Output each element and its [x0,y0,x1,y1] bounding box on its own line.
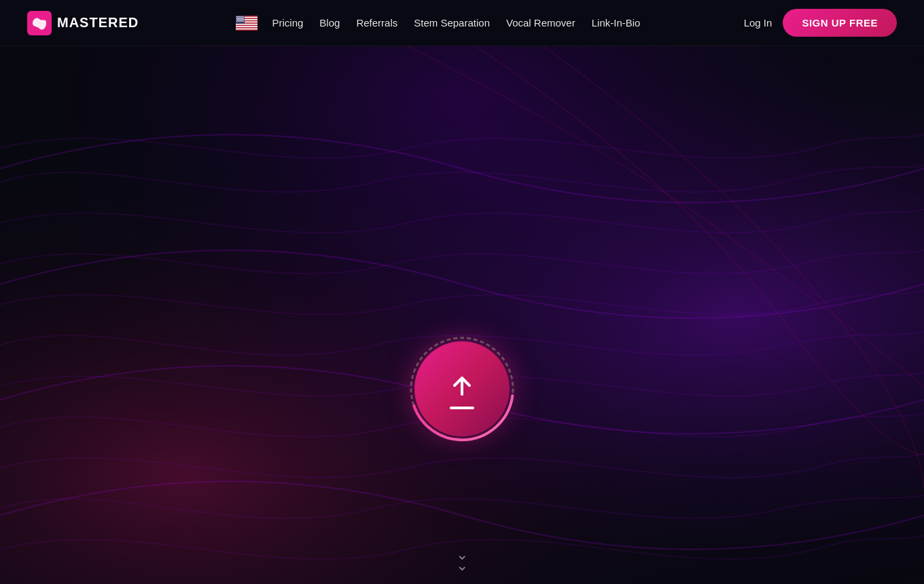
upload-arrow-icon [445,368,479,402]
svg-rect-7 [236,28,257,29]
svg-point-27 [241,19,243,20]
nav-actions: Log In SIGN UP FREE [744,9,897,37]
svg-point-22 [241,18,242,20]
wave-background-svg [0,46,924,584]
scroll-indicator[interactable]: ⌄ ⌄ [456,549,468,570]
nav-link-pricing[interactable]: Pricing [266,13,310,33]
svg-point-31 [239,20,241,22]
svg-point-14 [236,17,238,18]
svg-point-15 [238,17,240,18]
upload-container[interactable] [408,334,516,443]
nav-link-blog[interactable]: Blog [313,13,346,33]
svg-rect-37 [0,46,924,584]
hero-background [0,46,924,584]
svg-point-30 [238,20,239,22]
logo-icon [27,11,52,35]
us-flag-icon[interactable] [236,16,257,31]
svg-point-25 [238,19,240,20]
svg-point-11 [239,16,241,17]
svg-point-20 [238,18,239,20]
svg-point-13 [242,16,243,17]
nav-links: Pricing Blog Referrals Stem Separation V… [236,13,647,33]
svg-point-33 [242,20,243,22]
svg-point-16 [240,17,241,18]
svg-point-32 [241,20,242,22]
login-link[interactable]: Log In [744,17,772,29]
svg-rect-6 [236,26,257,27]
navbar: MASTERED [0,0,924,46]
svg-point-18 [243,17,245,18]
svg-point-12 [241,16,242,17]
svg-point-24 [236,19,238,20]
svg-point-21 [239,18,241,20]
logo-text: MASTERED [57,15,139,31]
nav-link-stem-separation[interactable]: Stem Separation [407,13,497,33]
logo[interactable]: MASTERED [27,11,139,35]
svg-point-29 [236,20,237,22]
svg-point-23 [242,18,243,20]
nav-link-link-in-bio[interactable]: Link-In-Bio [585,13,647,33]
svg-point-19 [236,18,237,20]
svg-point-10 [238,16,239,17]
upload-button[interactable] [414,341,510,436]
nav-link-referrals[interactable]: Referrals [349,13,404,33]
signup-button[interactable]: SIGN UP FREE [783,9,897,37]
svg-point-26 [240,19,241,20]
hero-section: Master Your Track, Instantly An online m… [0,46,924,584]
upload-line-indicator [450,407,474,409]
svg-point-28 [243,19,245,20]
svg-rect-5 [236,23,257,24]
nav-link-vocal-remover[interactable]: Vocal Remover [499,13,582,33]
svg-point-17 [241,17,243,18]
svg-point-9 [236,16,237,17]
chevron-down-icon-2: ⌄ [456,560,468,570]
